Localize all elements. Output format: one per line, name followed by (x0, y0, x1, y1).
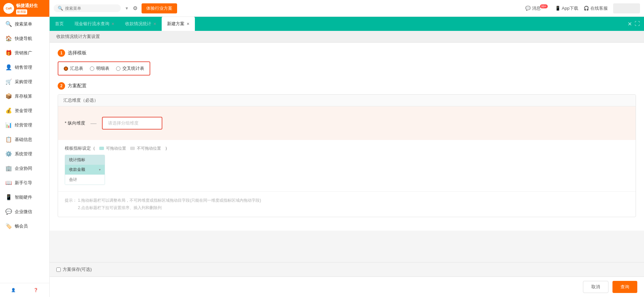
tab-label: 收款情况统计 (125, 21, 151, 27)
movable-dot (99, 147, 104, 150)
cancel-button[interactable]: 取消 (583, 281, 608, 293)
sidebar-item-search[interactable]: 🔍 搜索菜单 (0, 17, 49, 31)
sidebar-item-inventory[interactable]: 📦 库存核算 (0, 89, 49, 103)
search-icon: 🔍 (58, 6, 63, 11)
sidebar-item-newbie[interactable]: 📖 新手引导 (0, 176, 49, 190)
step1-section: 1 选择模板 汇总表 明细表 (58, 49, 636, 76)
stats-row-label: 合计 (69, 177, 77, 182)
template-radio-cross[interactable] (116, 66, 120, 71)
sales-icon: 👤 (5, 64, 12, 70)
fixed-dot (130, 147, 135, 150)
industry-btn[interactable]: 体验行业方案 (142, 3, 177, 13)
sidebar-item-purchase[interactable]: 🛒 采购管理 (0, 75, 49, 89)
search-dropdown-arrow[interactable]: ▼ (125, 6, 129, 11)
template-box: 汇总表 明细表 交叉统计表 (58, 61, 150, 76)
content-inner: 收款情况统计方案设置 1 选择模板 汇总表 (50, 31, 644, 262)
sidebar-item-marketing[interactable]: 🎁 营销推广 (0, 46, 49, 60)
legend-fixed-label: 不可拖动位置 (137, 146, 161, 151)
window-maximize-btn[interactable]: ⛶ (635, 21, 640, 27)
enterprise-wechat-icon: 💬 (5, 208, 12, 215)
system-icon: ⚙️ (5, 151, 12, 157)
newbie-icon: 📖 (5, 180, 12, 186)
notification-btn[interactable]: 💬 消息 99+ (525, 5, 550, 11)
step2-section: 2 方案配置 汇总维度（必选） * 纵向维度 — (58, 82, 636, 217)
topbar-search-box[interactable]: 🔍 (54, 4, 121, 12)
sidebar-item-label: 系统管理 (15, 151, 32, 157)
sidebar-item-label: 企业微信 (15, 209, 32, 215)
member-icon: 🏷️ (5, 223, 12, 229)
template-option-detail[interactable]: 明细表 (90, 65, 109, 71)
enterprise-coop-icon: 🏢 (5, 165, 12, 171)
notification-badge: 99+ (540, 4, 548, 8)
hints-section: 提示： 1.拖动标题栏可以调整布局，不可跨维度或指标区域拖动目字段(只能在同一维… (58, 191, 636, 217)
tab-home[interactable]: 首页 (50, 17, 69, 31)
template-option-summary[interactable]: 汇总表 (64, 65, 83, 71)
sidebar-item-system[interactable]: ⚙️ 系统管理 (0, 147, 49, 161)
stats-table: 统计指标 收款金额 ▾ 合计 (65, 155, 105, 185)
sidebar-item-sales[interactable]: 👤 销售管理 (0, 60, 49, 75)
tab-new-plan[interactable]: 新建方案 ✕ (162, 17, 195, 31)
tab-label: 首页 (55, 21, 64, 27)
marketing-icon: 🎁 (5, 50, 12, 56)
page-footer: 方案保存(可选) (50, 262, 644, 277)
dimension-area: * 纵向维度 — 请选择分组维度 (58, 106, 636, 140)
tab-label: 新建方案 (167, 21, 184, 27)
app-download-btn[interactable]: 📱 App下载 (555, 5, 578, 11)
gear-icon[interactable]: ⚙ (133, 5, 138, 11)
step2-title: 方案配置 (68, 83, 87, 89)
tab-close-icon[interactable]: ✕ (111, 22, 114, 26)
sidebar-footer-help[interactable]: ❓ (25, 286, 47, 294)
sidebar-item-enterprise-wechat[interactable]: 💬 企业微信 (0, 204, 49, 219)
sidebar-item-label: 智能硬件 (15, 194, 32, 200)
tab-close-icon[interactable]: ✕ (153, 22, 156, 26)
user-avatar-area (613, 3, 640, 13)
vertical-dim-label: * 纵向维度 (65, 120, 85, 126)
save-label: 方案保存(可选) (63, 266, 92, 273)
template-radio-summary[interactable] (64, 66, 68, 71)
sidebar-footer: 👤 ❓ (0, 283, 49, 297)
dimension-section-title: 汇总维度（必选） (63, 98, 98, 103)
sidebar-item-quick-nav[interactable]: 🏠 快捷导航 (0, 31, 49, 46)
tab-close-icon[interactable]: ✕ (186, 22, 190, 26)
tab-window-btns: ✕ ⛶ (628, 21, 644, 27)
tab-cashflow[interactable]: 现金银行流水查询 ✕ (69, 17, 120, 31)
template-label-detail: 明细表 (96, 65, 109, 71)
stats-col-row[interactable]: 收款金额 ▾ (65, 165, 105, 175)
step2-header: 2 方案配置 (58, 82, 636, 90)
stats-col-chevron[interactable]: ▾ (99, 168, 101, 171)
operations-icon: 📊 (5, 122, 12, 128)
legend-movable: 可拖动位置 (99, 146, 126, 151)
basic-info-icon: 📋 (5, 136, 12, 143)
indicator-settings: 模板指标设定（ 可拖动位置 不可拖动位置 ） (58, 140, 636, 191)
dimension-select[interactable]: 请选择分组维度 (102, 117, 162, 130)
legend-fixed: 不可拖动位置 (130, 146, 161, 151)
sidebar-item-finance[interactable]: 💰 资金管理 (0, 103, 49, 118)
sidebar-item-label: 畅会员 (15, 223, 28, 229)
sidebar-item-operations[interactable]: 📊 经营管理 (0, 118, 49, 132)
hint2: 提示： 2.点击标题栏下拉可设置排序、插入列和删除列 (65, 204, 629, 212)
sidebar-item-smart-hardware[interactable]: 📱 智能硬件 (0, 190, 49, 204)
stats-col-label: 收款金额 (69, 167, 85, 172)
stats-header-label: 统计指标 (69, 157, 85, 163)
sidebar-item-label: 采购管理 (15, 79, 32, 85)
query-button[interactable]: 查询 (612, 281, 637, 293)
template-option-cross[interactable]: 交叉统计表 (116, 65, 144, 71)
save-checkbox[interactable] (56, 267, 61, 272)
step1-title: 选择模板 (68, 50, 87, 56)
config-section: 汇总维度（必选） * 纵向维度 — 请选择分组维度 (58, 94, 636, 217)
sidebar-item-member[interactable]: 🏷️ 畅会员 (0, 219, 49, 233)
sidebar-item-basic-info[interactable]: 📋 基础信息 (0, 132, 49, 147)
tab-receivable[interactable]: 收款情况统计 ✕ (120, 17, 162, 31)
search-input[interactable] (65, 6, 112, 11)
sidebar-footer-user[interactable]: 👤 (3, 286, 24, 294)
sidebar-item-enterprise-coop[interactable]: 🏢 企业协同 (0, 161, 49, 176)
home-icon: 🏠 (5, 35, 12, 42)
indicator-legend-close: ） (165, 145, 169, 151)
window-close-btn[interactable]: ✕ (628, 21, 632, 27)
bottom-bar: 取消 查询 (50, 277, 644, 297)
stats-total-row: 合计 (65, 175, 105, 185)
online-service-btn[interactable]: 🎧 在线客服 (584, 5, 608, 11)
tab-label: 现金银行流水查询 (74, 21, 109, 27)
template-radio-detail[interactable] (90, 66, 94, 71)
save-option[interactable]: 方案保存(可选) (56, 266, 92, 273)
